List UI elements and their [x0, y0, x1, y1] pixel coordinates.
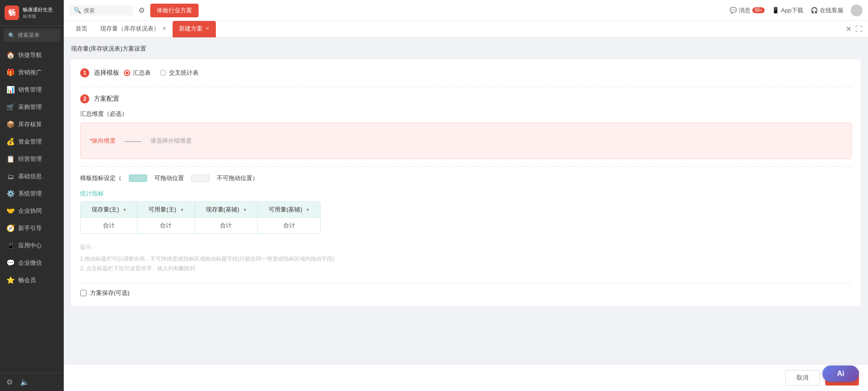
fixed-label: 不可拖动位置） [217, 174, 258, 182]
sidebar-nav: 🏠 快捷导航 🎁 营销推广 📊 销售管理 🛒 采购管理 📦 库存核算 💰 资金管… [0, 45, 64, 373]
sidebar-search[interactable]: 🔍 搜索菜单 [4, 29, 60, 42]
tab-inventory-status[interactable]: 现存量（库存状况表） ✕ [94, 21, 173, 37]
sidebar-item-inventory[interactable]: 📦 库存核算 [0, 116, 64, 133]
chevron-down-icon-2: ▾ [244, 207, 246, 212]
sidebar-item-label: 基础信息 [18, 172, 42, 180]
sidebar-item-marketing[interactable]: 🎁 营销推广 [0, 64, 64, 81]
step1-num: 1 [80, 68, 89, 77]
col-header-1[interactable]: 可用量(主) ▾ [138, 202, 194, 218]
tab-home-label: 首页 [76, 25, 87, 33]
message-btn[interactable]: 💬 消息 99+ [730, 6, 765, 15]
ai-fab-button[interactable]: Ai [822, 365, 859, 382]
tab-new-scheme[interactable]: 新建方案 ✕ [173, 21, 216, 37]
col-agg-2: 合计 [194, 218, 257, 234]
gear-icon[interactable]: ⚙ [137, 4, 147, 16]
sidebar-item-guide[interactable]: 🧭 新手引导 [0, 220, 64, 237]
app-label: App下载 [781, 6, 803, 15]
movable-label: 可拖动位置 [154, 174, 184, 182]
shortcut-icon: 🏠 [6, 51, 15, 59]
indicator-row: 模板指标设定（ 可拖动位置 不可拖动位置） [80, 174, 852, 182]
top-bar: 🔍 ⚙ 体验行业方案 💬 消息 99+ 📱 App下载 🎧 在线客服 [64, 0, 868, 21]
sidebar-item-label: 应用中心 [18, 242, 42, 250]
sidebar-item-label: 营销推广 [18, 68, 42, 77]
sidebar-item-system[interactable]: ⚙️ 系统管理 [0, 185, 64, 202]
chevron-down-icon-1: ▾ [181, 207, 184, 212]
scheme-panel: 1 选择模板 汇总表 交叉统计表 [71, 59, 861, 306]
expand-icon[interactable]: ⛶ [855, 25, 863, 33]
top-bar-right: 💬 消息 99+ 📱 App下载 🎧 在线客服 [730, 5, 863, 16]
search-input[interactable] [84, 7, 125, 14]
guide-icon: 🧭 [6, 224, 15, 232]
sidebar-item-sales[interactable]: 📊 销售管理 [0, 81, 64, 98]
logo-text: 畅康通好生意 标准版 [23, 6, 53, 19]
sidebar-item-business[interactable]: 📋 经营管理 [0, 150, 64, 168]
cancel-button[interactable]: 取消 [785, 370, 820, 386]
sidebar-item-apps[interactable]: 📱 应用中心 [0, 237, 64, 254]
col-header-2[interactable]: 现存量(基辅) ▾ [194, 202, 257, 218]
sidebar-item-member[interactable]: ⭐ 畅会员 [0, 272, 64, 289]
sidebar-item-finance[interactable]: 💰 资金管理 [0, 133, 64, 150]
search-label: 搜索菜单 [18, 31, 40, 39]
radio-summary[interactable]: 汇总表 [124, 69, 151, 77]
sidebar-item-shortcut[interactable]: 🏠 快捷导航 [0, 46, 64, 64]
main-area: 🔍 ⚙ 体验行业方案 💬 消息 99+ 📱 App下载 🎧 在线客服 [64, 0, 868, 391]
purchase-icon: 🛒 [6, 103, 15, 111]
industry-btn[interactable]: 体验行业方案 [150, 4, 199, 17]
sound-icon[interactable]: 🔈 [20, 378, 29, 386]
app-icon: 📱 [772, 7, 779, 14]
apps-icon: 📱 [6, 242, 15, 250]
dim-section-title: 汇总维度（必选） [80, 110, 852, 118]
step1-section: 1 选择模板 汇总表 交叉统计表 [80, 68, 852, 77]
dim-divider [80, 166, 852, 167]
tip-item-0: 1.拖动标题栏可以调整布局，不可跨维度或指标区域拖动标题字段(只能在同一维度或指… [80, 254, 852, 264]
step-divider [80, 87, 852, 87]
step2-section: 2 方案配置 汇总维度（必选） *纵向维度 —— 请选择分组维度 模板指标设定（ [80, 94, 852, 274]
finance-icon: 💰 [6, 138, 15, 146]
radio-summary-circle [124, 70, 130, 76]
close-tab-new-scheme-icon[interactable]: ✕ [205, 26, 209, 31]
sidebar-item-purchase[interactable]: 🛒 采购管理 [0, 98, 64, 116]
step1-title: 选择模板 [94, 69, 119, 77]
search-icon: 🔍 [8, 32, 15, 39]
radio-cross-circle [160, 70, 166, 76]
content-area: 现存量(库存状况表)方案设置 1 选择模板 汇总表 交叉统计表 [64, 37, 868, 364]
radio-summary-label: 汇总表 [133, 69, 151, 77]
tabs-bar: 首页 现存量（库存状况表） ✕ 新建方案 ✕ ✕ ⛶ [64, 21, 868, 37]
sidebar-item-basic[interactable]: 🗂 基础信息 [0, 168, 64, 185]
radio-cross[interactable]: 交叉统计表 [160, 69, 199, 77]
settings-icon[interactable]: ⚙ [6, 378, 13, 386]
sidebar-item-cooperation[interactable]: 🤝 企业协同 [0, 202, 64, 220]
sidebar-item-wechat[interactable]: 💬 企业微信 [0, 254, 64, 272]
search-icon: 🔍 [74, 7, 81, 14]
user-avatar[interactable] [851, 5, 863, 16]
col-header-0[interactable]: 现存量(主) ▾ [81, 202, 138, 218]
marketing-icon: 🎁 [6, 68, 15, 77]
sidebar-item-label: 畅会员 [18, 276, 36, 284]
col-agg-3: 合计 [257, 218, 320, 234]
sidebar-item-label: 企业协同 [18, 207, 42, 215]
sidebar-item-label: 新手引导 [18, 224, 42, 232]
service-btn[interactable]: 🎧 在线客服 [811, 6, 843, 15]
col-agg-1: 合计 [138, 218, 194, 234]
tab-home[interactable]: 首页 [69, 21, 94, 37]
logo-icon: 畅 [5, 5, 19, 20]
close-tab-inventory-icon[interactable]: ✕ [162, 26, 166, 31]
chevron-down-icon-3: ▾ [306, 207, 309, 212]
message-icon: 💬 [730, 7, 737, 14]
dimension-drop-area[interactable]: *纵向维度 —— 请选择分组维度 [80, 123, 852, 159]
step1-header: 1 选择模板 汇总表 交叉统计表 [80, 68, 852, 77]
sidebar-item-label: 销售管理 [18, 86, 42, 94]
save-checkbox-label: 方案保存(可选) [90, 289, 130, 297]
bottom-bar: 取消 查询 [64, 364, 868, 391]
app-download-btn[interactable]: 📱 App下载 [772, 6, 803, 15]
dim-arrow: —— [125, 136, 141, 146]
col-agg-0: 合计 [81, 218, 138, 234]
service-label: 在线客服 [820, 6, 843, 15]
sidebar-item-label: 系统管理 [18, 190, 42, 198]
col-header-3[interactable]: 可用量(基辅) ▾ [257, 202, 320, 218]
inventory-icon: 📦 [6, 120, 15, 129]
save-checkbox[interactable] [80, 290, 87, 296]
close-panel-icon[interactable]: ✕ [846, 25, 852, 33]
tab-new-scheme-label: 新建方案 [179, 25, 203, 33]
top-search[interactable]: 🔍 [69, 5, 133, 15]
